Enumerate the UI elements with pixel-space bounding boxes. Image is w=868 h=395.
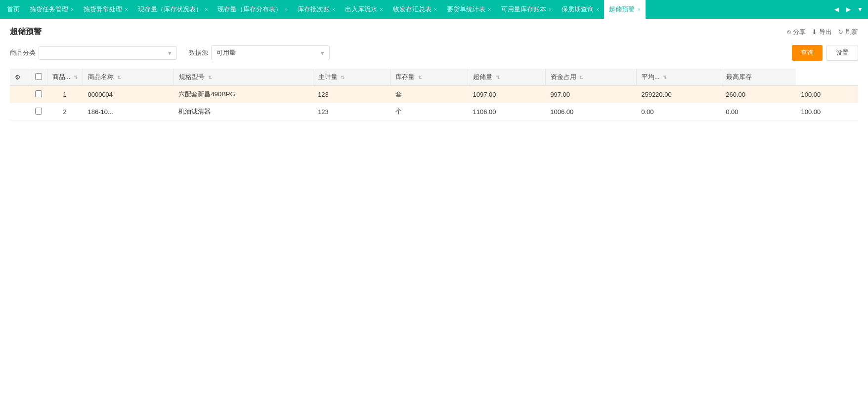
row-checkbox[interactable] bbox=[35, 90, 42, 97]
row-product-code: 0000004 bbox=[83, 86, 174, 103]
row-overstock: 997.00 bbox=[545, 86, 636, 103]
nav-item-available[interactable]: 可用量库存账本 × bbox=[496, 0, 557, 19]
nav-item-summary[interactable]: 收发存汇总表 × bbox=[388, 0, 442, 19]
sort-icon: ⇅ bbox=[341, 75, 345, 80]
row-capital: 259220.00 bbox=[636, 86, 721, 103]
datasource-select-value: 可用量 bbox=[217, 48, 236, 57]
row-spec: 123 bbox=[313, 86, 391, 103]
nav-arrows: ◀ ▶ ▼ bbox=[830, 0, 866, 19]
sort-icon: ⇅ bbox=[496, 75, 500, 80]
row-num: 2 bbox=[47, 103, 83, 120]
datasource-filter: 数据源 可用量 ▾ bbox=[189, 45, 330, 60]
toolbar-right: ⎋ 分享 ⬇ 导出 ↻ 刷新 bbox=[787, 28, 858, 37]
category-select[interactable]: ▾ bbox=[39, 46, 177, 60]
query-button[interactable]: 查询 bbox=[792, 45, 823, 61]
close-icon[interactable]: × bbox=[434, 6, 437, 12]
row-avg: 260.00 bbox=[721, 86, 796, 103]
datasource-select[interactable]: 可用量 ▾ bbox=[211, 45, 330, 60]
share-icon: ⎋ bbox=[787, 28, 791, 36]
row-product-name: 六配套新昌490BPG bbox=[174, 86, 313, 103]
table-row: 1 0000004 六配套新昌490BPG 123 套 1097.00 997.… bbox=[10, 86, 858, 103]
chevron-down-icon: ▾ bbox=[168, 49, 172, 57]
top-nav: 首页 拣货任务管理 × 拣货异常处理 × 现存量（库存状况表） × 现存量（库存… bbox=[0, 0, 868, 19]
checkbox-col-header[interactable] bbox=[30, 69, 47, 86]
th-spec[interactable]: 规格型号 ⇅ bbox=[174, 69, 313, 86]
nav-prev-button[interactable]: ◀ bbox=[830, 0, 842, 19]
close-icon[interactable]: × bbox=[488, 6, 491, 12]
nav-item-home[interactable]: 首页 bbox=[2, 0, 25, 19]
nav-item-batch[interactable]: 库存批次账 × bbox=[293, 0, 340, 19]
refresh-button[interactable]: ↻ 刷新 bbox=[838, 28, 858, 37]
close-icon[interactable]: × bbox=[380, 6, 383, 12]
row-overstock: 1006.00 bbox=[545, 103, 636, 120]
settings-col-header[interactable]: ⚙ bbox=[10, 69, 30, 86]
th-product-code[interactable]: 商品... ⇅ bbox=[47, 69, 83, 86]
page-content: 超储预警 ⎋ 分享 ⬇ 导出 ↻ 刷新 商品分类 ▾ 数据源 bbox=[0, 19, 868, 128]
nav-item-overstock[interactable]: 超储预警 × bbox=[604, 0, 645, 19]
category-filter: 商品分类 ▾ bbox=[10, 46, 177, 60]
row-settings-cell bbox=[10, 103, 30, 120]
row-unit: 套 bbox=[391, 86, 468, 103]
export-icon: ⬇ bbox=[812, 28, 817, 36]
row-spec: 123 bbox=[313, 103, 391, 120]
sort-icon: ⇅ bbox=[74, 75, 78, 80]
th-capital[interactable]: 资金占用 ⇅ bbox=[545, 69, 636, 86]
table-header-row: ⚙ 商品... ⇅ 商品名称 ⇅ 规格型号 ⇅ 主计量 bbox=[10, 69, 858, 86]
close-icon[interactable]: × bbox=[332, 6, 335, 12]
close-icon[interactable]: × bbox=[205, 6, 208, 12]
th-overstock[interactable]: 超储量 ⇅ bbox=[468, 69, 546, 86]
nav-item-stock-dist[interactable]: 现存量（库存分布表） × bbox=[213, 0, 292, 19]
settings-button[interactable]: 设置 bbox=[826, 45, 858, 61]
th-stock[interactable]: 库存量 ⇅ bbox=[391, 69, 468, 86]
nav-item-task[interactable]: 拣货任务管理 × bbox=[25, 0, 79, 19]
row-checkbox[interactable] bbox=[35, 108, 42, 115]
close-icon[interactable]: × bbox=[125, 6, 128, 12]
th-max-stock[interactable]: 最高库存 bbox=[721, 69, 796, 86]
th-avg[interactable]: 平均... ⇅ bbox=[636, 69, 721, 86]
sort-icon: ⇅ bbox=[117, 75, 121, 80]
row-product-name: 机油滤清器 bbox=[174, 103, 313, 120]
filter-actions: 查询 设置 bbox=[792, 45, 858, 61]
close-icon[interactable]: × bbox=[284, 6, 287, 12]
category-label: 商品分类 bbox=[10, 48, 36, 57]
row-checkbox-cell[interactable] bbox=[30, 86, 47, 103]
close-icon[interactable]: × bbox=[71, 6, 74, 12]
page-title: 超储预警 bbox=[10, 27, 42, 37]
close-icon[interactable]: × bbox=[596, 6, 599, 12]
page-title-row: 超储预警 ⎋ 分享 ⬇ 导出 ↻ 刷新 bbox=[10, 27, 858, 37]
nav-next-button[interactable]: ▶ bbox=[842, 0, 854, 19]
sort-icon: ⇅ bbox=[579, 75, 583, 80]
th-product-name[interactable]: 商品名称 ⇅ bbox=[83, 69, 174, 86]
filter-row: 商品分类 ▾ 数据源 可用量 ▾ 查询 设置 bbox=[10, 45, 858, 61]
sort-icon: ⇅ bbox=[208, 75, 212, 80]
row-stock: 1097.00 bbox=[468, 86, 546, 103]
nav-item-inout[interactable]: 出入库流水 × bbox=[340, 0, 388, 19]
nav-item-expiry[interactable]: 保质期查询 × bbox=[557, 0, 604, 19]
close-icon[interactable]: × bbox=[637, 6, 640, 12]
row-checkbox-cell[interactable] bbox=[30, 103, 47, 120]
refresh-icon: ↻ bbox=[838, 28, 843, 36]
row-unit: 个 bbox=[391, 103, 468, 120]
nav-item-order-stat[interactable]: 要货单统计表 × bbox=[442, 0, 496, 19]
nav-item-stock-status[interactable]: 现存量（库存状况表） × bbox=[133, 0, 213, 19]
sort-icon: ⇅ bbox=[418, 75, 422, 80]
export-button[interactable]: ⬇ 导出 bbox=[812, 28, 832, 37]
table-row: 2 186-10... 机油滤清器 123 个 1106.00 1006.00 … bbox=[10, 103, 858, 120]
row-avg: 0.00 bbox=[721, 103, 796, 120]
th-unit[interactable]: 主计量 ⇅ bbox=[313, 69, 391, 86]
chevron-down-icon: ▾ bbox=[321, 49, 324, 57]
row-max-stock: 100.00 bbox=[796, 103, 858, 120]
nav-more-button[interactable]: ▼ bbox=[854, 0, 866, 19]
row-max-stock: 100.00 bbox=[796, 86, 858, 103]
nav-item-exception[interactable]: 拣货异常处理 × bbox=[79, 0, 132, 19]
row-product-code: 186-10... bbox=[83, 103, 174, 120]
close-icon[interactable]: × bbox=[549, 6, 552, 12]
row-num: 1 bbox=[47, 86, 83, 103]
row-capital: 0.00 bbox=[636, 103, 721, 120]
sort-icon: ⇅ bbox=[663, 75, 667, 80]
gear-icon: ⚙ bbox=[15, 74, 21, 81]
row-stock: 1106.00 bbox=[468, 103, 546, 120]
select-all-checkbox[interactable] bbox=[35, 73, 42, 80]
data-table: ⚙ 商品... ⇅ 商品名称 ⇅ 规格型号 ⇅ 主计量 bbox=[10, 69, 858, 120]
share-button[interactable]: ⎋ 分享 bbox=[787, 28, 806, 37]
